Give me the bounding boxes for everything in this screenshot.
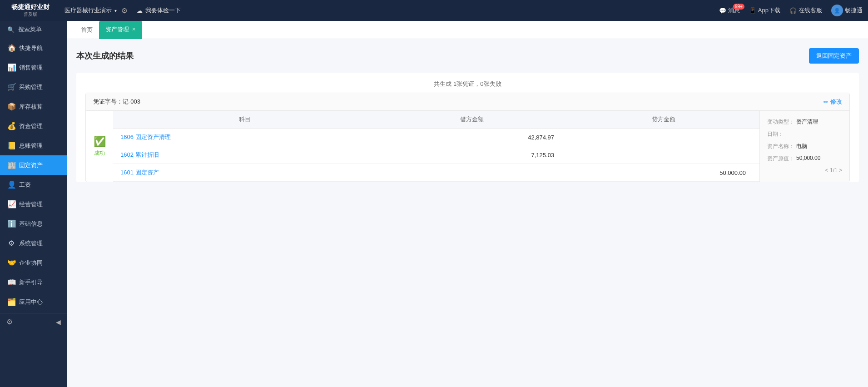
success-label: 成功 [94,149,105,157]
sidebar-item-label: 系统管理 [19,239,43,248]
settings-icon[interactable]: ⚙ [121,6,128,15]
right-actions: 💬 消息 99+ 📱 App下载 🎧 在线客服 👤 畅捷通 [719,5,863,16]
result-panel: 共生成 1张凭证，0张失败 凭证字号：记-003 ✏ 修改 [76,73,859,182]
tab-asset-label: 资产管理 [105,25,129,34]
home-icon: 🏠 [7,44,15,52]
col-debit: 借方金额 [376,111,568,129]
inventory-icon: 📦 [7,102,15,111]
sidebar-item-ledger[interactable]: 📒 总账管理 [0,136,67,155]
table-row: 1601 固定资产 50,000.00 [113,164,759,182]
asset-value-value: 50,000.00 [796,155,820,161]
message-badge: 99+ [733,4,744,10]
sidebar-item-label: 应用中心 [19,298,43,306]
sidebar-item-label: 企业协同 [19,259,43,267]
sidebar-item-quick-nav[interactable]: 🏠 快捷导航 [0,38,67,58]
sidebar-item-cooperation[interactable]: 🤝 企业协同 [0,253,67,273]
company-selector[interactable]: 医疗器械行业演示 ▾ [64,6,117,15]
detail-change-type: 变动类型： 资产清理 [767,118,842,126]
management-icon: 📈 [7,200,15,208]
row1-credit [568,129,759,146]
sidebar-item-payroll[interactable]: 👤 工资 [0,175,67,194]
voucher-table-wrapper: ✅ 成功 科目 借方金额 贷方金 [86,111,759,182]
voucher-number: 凭证字号：记-003 [93,98,140,106]
cooperation-icon: 🤝 [7,258,15,267]
row3-debit [376,164,568,182]
funds-icon: 💰 [7,122,15,130]
sidebar-item-label: 总账管理 [19,142,43,150]
sidebar-item-label: 搜索菜单 [18,25,42,34]
sidebar-item-label: 销售管理 [19,64,43,72]
sidebar-item-app-center[interactable]: 🗂️ 应用中心 [0,292,67,312]
avatar: 👤 [831,5,843,16]
experience-label: 我要体验一下 [145,6,181,15]
edit-icon: ✏ [823,99,828,105]
app-download-label: App下载 [758,6,780,15]
return-button[interactable]: 返回固定资产 [809,48,859,64]
row1-debit: 42,874.97 [376,129,568,146]
sidebar-item-label: 新手引导 [19,278,43,287]
sidebar-item-label: 工资 [19,181,31,189]
voucher-table-area: 科目 借方金额 贷方金额 1606 固定资产清理 42,874. [113,111,759,182]
detail-pagination[interactable]: < 1/1 > [767,167,842,174]
sidebar-item-inventory[interactable]: 📦 库存核算 [0,97,67,116]
customer-service-button[interactable]: 🎧 在线客服 [789,6,822,15]
row2-credit [568,146,759,164]
detail-asset-name: 资产名称： 电脑 [767,143,842,150]
next-page-icon[interactable]: > [839,167,842,174]
table-row: 1602 累计折旧 7,125.03 [113,146,759,164]
sidebar-item-guide[interactable]: 📖 新手引导 [0,273,67,292]
phone-icon: 📱 [749,7,756,14]
detail-asset-value: 资产原值： 50,000.00 [767,155,842,163]
app-center-icon: 🗂️ [7,298,15,306]
sidebar-item-fixed-assets[interactable]: 🏢 固定资产 [0,155,67,175]
tab-asset-management[interactable]: 资产管理 ✕ [99,21,142,39]
sidebar-item-system[interactable]: ⚙ 系统管理 [0,233,67,253]
sidebar-item-purchase[interactable]: 🛒 采购管理 [0,77,67,97]
experience-button[interactable]: ☁ 我要体验一下 [137,6,181,15]
row3-subject: 1601 固定资产 [113,164,376,182]
sidebar-item-sales[interactable]: 📊 销售管理 [0,58,67,77]
voucher-header: 凭证字号：记-003 ✏ 修改 [86,93,849,111]
sidebar-gear-icon[interactable]: ⚙ [6,318,13,326]
tab-home-label: 首页 [81,26,93,34]
user-menu[interactable]: 👤 畅捷通 [831,5,863,16]
sidebar-item-search[interactable]: 🔍 搜索菜单 [0,21,67,38]
app-download-button[interactable]: 📱 App下载 [749,6,780,15]
sidebar-item-funds[interactable]: 💰 资金管理 [0,116,67,136]
result-summary: 共生成 1张凭证，0张失败 [76,73,859,93]
message-icon: 💬 [719,7,726,14]
row2-debit: 7,125.03 [376,146,568,164]
tab-close-icon[interactable]: ✕ [132,26,136,32]
asset-name-value: 电脑 [796,143,807,150]
payroll-icon: 👤 [7,180,15,189]
guide-icon: 📖 [7,278,15,287]
detail-date: 日期： [767,130,842,138]
table-row: 1606 固定资产清理 42,874.97 [113,129,759,146]
change-type-label: 变动类型： [767,118,794,126]
purchase-icon: 🛒 [7,83,15,91]
date-label: 日期： [767,130,793,138]
sidebar-item-basic-info[interactable]: ℹ️ 基础信息 [0,214,67,233]
row1-subject: 1606 固定资产清理 [113,129,376,146]
tab-bar: 首页 资产管理 ✕ [67,21,868,39]
message-button[interactable]: 💬 消息 99+ [719,6,740,15]
prev-page-icon[interactable]: < [825,167,828,174]
asset-value-label: 资产原值： [767,155,794,163]
ledger-icon: 📒 [7,141,15,150]
sidebar-item-label: 基础信息 [19,220,43,228]
username: 畅捷通 [845,6,863,15]
sidebar-item-management[interactable]: 📈 经营管理 [0,194,67,214]
sidebar-item-label: 经营管理 [19,200,43,208]
row3-credit: 50,000.00 [568,164,759,182]
sidebar-collapse-icon[interactable]: ◀ [56,318,61,326]
chevron-down-icon: ▾ [114,8,117,13]
col-subject: 科目 [113,111,376,129]
sidebar-item-label: 资金管理 [19,122,43,130]
voucher-body: ✅ 成功 科目 借方金额 贷方金 [86,111,849,182]
voucher-detail-panel: 变动类型： 资产清理 日期： 资产名称： 电脑 [759,111,849,182]
sidebar: 🔍 搜索菜单 🏠 快捷导航 📊 销售管理 🛒 采购管理 📦 库存核算 💰 资金管… [0,21,67,387]
avatar-icon: 👤 [834,8,840,14]
tab-home[interactable]: 首页 [74,21,99,39]
edit-button[interactable]: ✏ 修改 [823,98,842,106]
asset-name-label: 资产名称： [767,143,794,150]
